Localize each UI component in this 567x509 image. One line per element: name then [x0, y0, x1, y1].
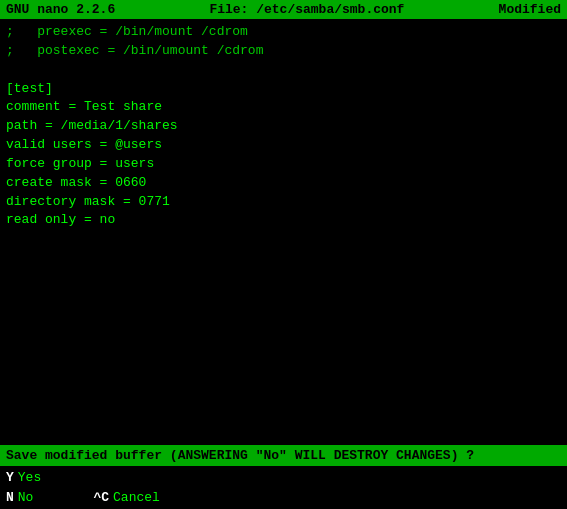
no-label[interactable]: No: [18, 488, 34, 508]
editor-line: [6, 325, 561, 344]
editor-line: ; postexec = /bin/umount /cdrom: [6, 42, 561, 61]
editor-line: [6, 343, 561, 362]
cancel-label: Cancel: [113, 488, 160, 508]
dialog-area: Save modified buffer (ANSWERING "No" WIL…: [0, 445, 567, 509]
editor-line: [6, 249, 561, 268]
file-label: File: /etc/samba/smb.conf: [209, 2, 404, 17]
editor-line: [6, 419, 561, 438]
editor-line: [test]: [6, 80, 561, 99]
editor-line: ; preexec = /bin/mount /cdrom: [6, 23, 561, 42]
yes-option[interactable]: Y Yes: [6, 468, 561, 488]
yes-key: Y: [6, 468, 14, 488]
no-cancel-option: N No ^C Cancel: [6, 488, 561, 508]
editor-line: [6, 287, 561, 306]
editor-line: [6, 362, 561, 381]
editor-line: path = /media/1/shares: [6, 117, 561, 136]
editor-line: directory mask = 0771: [6, 193, 561, 212]
dialog-prompt: Save modified buffer (ANSWERING "No" WIL…: [0, 445, 567, 466]
editor-line: [6, 400, 561, 419]
title-bar: GNU nano 2.2.6 File: /etc/samba/smb.conf…: [0, 0, 567, 19]
yes-label: Yes: [18, 468, 41, 488]
editor-line: create mask = 0660: [6, 174, 561, 193]
editor-line: [6, 381, 561, 400]
modified-status: Modified: [499, 2, 561, 17]
editor-line: comment = Test share: [6, 98, 561, 117]
editor-line: [6, 230, 561, 249]
nano-editor: GNU nano 2.2.6 File: /etc/samba/smb.conf…: [0, 0, 567, 509]
editor-line: [6, 61, 561, 80]
editor-line: [6, 268, 561, 287]
editor-line: [6, 306, 561, 325]
editor-line: valid users = @users: [6, 136, 561, 155]
cancel-key: ^C: [93, 488, 109, 508]
dialog-options: Y Yes N No ^C Cancel: [0, 466, 567, 509]
app-name: GNU nano 2.2.6: [6, 2, 115, 17]
editor-line: force group = users: [6, 155, 561, 174]
editor-area[interactable]: ; preexec = /bin/mount /cdrom; postexec …: [0, 19, 567, 445]
no-key: N: [6, 488, 14, 508]
editor-line: read only = no: [6, 211, 561, 230]
